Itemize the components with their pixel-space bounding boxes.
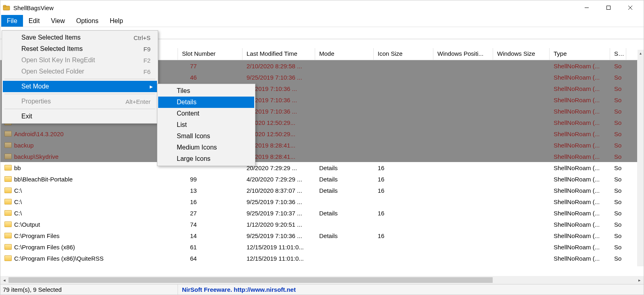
row-name-text: C:\Program Files (x86) [14,244,75,251]
cell-isize [374,76,433,78]
cell-slk: So [610,209,626,218]
scroll-thumb[interactable] [8,277,493,283]
row-name-text: bb\BleachBit-Portable [14,176,73,183]
scroll-right-icon[interactable]: ▸ [636,276,644,284]
cell-empty [493,257,550,259]
horizontal-scrollbar[interactable]: ◂ ▸ [0,276,644,284]
row-name-text: C:\ [14,187,22,194]
submenu-item-large-icons[interactable]: Large Icons [158,153,254,164]
menu-edit[interactable]: Edit [23,15,46,27]
cell-empty [433,144,493,146]
cell-empty [433,87,493,90]
cell-empty [493,87,550,90]
cell-time: 9/25/2019 7:10:36 ... [243,231,315,240]
cell-mode [315,133,374,135]
cell-type: ShellNoRoam (... [550,254,610,263]
cell-slk: So [610,242,626,252]
cell-type: ShellNoRoam (... [550,107,610,116]
menu-shortcut: F6 [143,68,151,75]
column-header-slk[interactable]: Sl... [610,48,626,60]
table-row[interactable]: backup17/2019 8:28:41...ShellNoRoam (...… [0,139,638,151]
menu-help[interactable]: Help [104,15,129,27]
cell-slk: So [610,107,626,116]
table-row[interactable]: Android\14.3.20204/2020 12:50:29...Shell… [0,128,638,139]
minimize-button[interactable] [576,1,598,14]
submenu-item-medium-icons[interactable]: Medium Icons [158,142,254,153]
table-row[interactable]: C:\Program Files149/25/2019 7:10:36 ...D… [0,230,638,241]
cell-isize [374,121,433,124]
title-bar: ShellBagsView [0,0,644,15]
menu-file[interactable]: File [1,15,23,27]
menu-options[interactable]: Options [71,15,104,27]
cell-mode [315,257,374,259]
menu-item-set-mode[interactable]: Set Mode [3,81,157,92]
cell-empty [433,99,493,101]
cell-slot: 16 [178,197,243,206]
cell-empty [433,110,493,112]
table-row[interactable]: C:\169/25/2019 7:10:36 ...ShellNoRoam (.… [0,196,638,207]
cell-name: bb\BleachBit-Portable [0,175,178,184]
cell-slk: So [610,141,626,150]
column-header-slot[interactable]: Slot Number [178,48,243,60]
cell-type: ShellNoRoam (... [550,118,610,127]
folder-icon [4,165,12,171]
table-row[interactable]: C:\Program Files (x86)\QuiteRSS6412/15/2… [0,253,638,264]
menu-separator [4,94,155,94]
column-header-wpos[interactable]: Windows Positi... [433,48,493,60]
table-row[interactable]: bb20/2020 7:29:29 ...Details16ShellNoRoa… [0,162,638,173]
cell-slot: 14 [178,231,243,240]
menu-shortcut: F2 [143,57,151,64]
cell-mode: Details [315,186,374,195]
cell-empty [493,155,550,158]
cell-type: ShellNoRoam (... [550,73,610,82]
column-header-time[interactable]: Last Modified Time [243,48,315,60]
submenu-item-small-icons[interactable]: Small Icons [158,131,254,142]
maximize-button[interactable] [598,1,619,14]
cell-slk: So [610,186,626,195]
menu-view[interactable]: View [45,15,70,27]
menu-item-reset-selected-items[interactable]: Reset Selected ItemsF9 [3,43,157,55]
cell-empty [433,246,493,248]
cell-type: ShellNoRoam (... [550,141,610,150]
column-header-wsize[interactable]: Windows Size [493,48,550,60]
cell-isize [374,223,433,225]
cell-name: C:\Output [0,220,178,229]
submenu-item-content[interactable]: Content [158,108,254,119]
cell-empty [433,121,493,124]
scroll-up-icon[interactable]: ▴ [637,50,644,56]
row-name-text: C:\Output [14,221,40,228]
cell-slk: So [610,95,626,105]
table-row[interactable]: C:\132/10/2020 8:37:07 ...Details16Shell… [0,185,638,196]
cell-mode [315,99,374,101]
scroll-left-icon[interactable]: ◂ [0,276,8,284]
folder-icon [4,131,12,137]
menu-separator [4,79,155,79]
status-link[interactable]: NirSoft Freeware. http://www.nirsoft.net [178,286,296,293]
cell-empty [493,133,550,135]
cell-mode [315,200,374,203]
table-row[interactable]: C:\279/25/2019 7:10:37 ...Details16Shell… [0,207,638,219]
cell-time: 2/10/2020 8:29:58 ... [243,61,315,71]
table-row[interactable]: backup\Skydrive17/2019 8:28:41...ShellNo… [0,151,638,162]
scroll-track[interactable] [8,276,636,284]
cell-empty [493,65,550,67]
column-header-isize[interactable]: Icon Size [374,48,433,60]
column-header-type[interactable]: Type [550,48,610,60]
table-row[interactable]: bb\BleachBit-Portable994/20/2020 7:29:29… [0,173,638,185]
cell-isize: 16 [374,175,433,184]
submenu-item-tiles[interactable]: Tiles [158,85,254,97]
submenu-item-list[interactable]: List [158,119,254,131]
folder-icon [4,199,12,204]
menu-item-exit[interactable]: Exit [3,111,157,122]
table-row[interactable]: C:\Output741/12/2020 9:20:51 ...ShellNoR… [0,219,638,230]
submenu-item-details[interactable]: Details [158,97,254,108]
close-button[interactable] [619,1,641,14]
vertical-scrollbar[interactable]: ▴ [637,50,644,266]
menu-item-save-selected-items[interactable]: Save Selected ItemsCtrl+S [3,32,157,43]
column-header-mode[interactable]: Mode [315,48,374,60]
cell-isize: 16 [374,231,433,240]
menu-separator [4,109,155,109]
table-row[interactable]: C:\Program Files (x86)6112/15/2019 11:01… [0,241,638,253]
cell-mode [315,121,374,124]
cell-slk: So [610,84,626,93]
